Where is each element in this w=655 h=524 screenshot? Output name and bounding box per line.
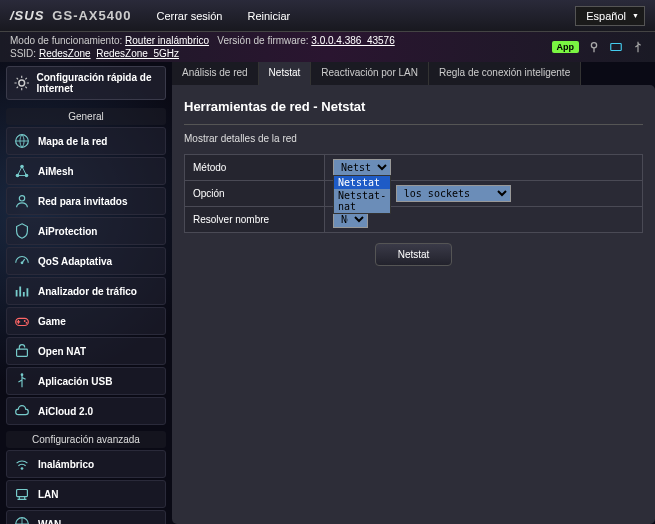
svg-point-7: [19, 196, 24, 201]
option-label: Opción: [185, 181, 325, 207]
sidebar-adv-icon-0: [13, 455, 31, 473]
tab-bar: Análisis de redNetstatReactivación por L…: [172, 62, 655, 85]
method-select[interactable]: Netstat: [333, 159, 391, 176]
sidebar-item-9[interactable]: AiCloud 2.0: [6, 397, 166, 425]
fw-label: Versión de firmware:: [217, 35, 308, 46]
sidebar-adv-item-1[interactable]: LAN: [6, 480, 166, 508]
pin-icon[interactable]: [587, 40, 601, 54]
sidebar-icon-7: [13, 342, 31, 360]
sidebar-item-1[interactable]: AiMesh: [6, 157, 166, 185]
sidebar-item-3[interactable]: AiProtection: [6, 217, 166, 245]
sidebar-adv-item-2[interactable]: WAN: [6, 510, 166, 524]
general-header: General: [6, 108, 166, 125]
sidebar-label-0: Mapa de la red: [38, 136, 107, 147]
sidebar: Configuración rápida de Internet General…: [0, 62, 172, 524]
gear-icon: [13, 72, 30, 94]
sidebar-icon-0: [13, 132, 31, 150]
sidebar-label-5: Analizador de tráfico: [38, 286, 137, 297]
method-label: Método: [185, 155, 325, 181]
sidebar-icon-4: [13, 252, 31, 270]
info-bar: Modo de funcionamiento: Router inalámbri…: [0, 32, 655, 62]
sidebar-item-7[interactable]: Open NAT: [6, 337, 166, 365]
brand-logo: /SUS: [10, 8, 44, 23]
option-select-2[interactable]: los sockets: [396, 185, 511, 202]
sidebar-label-2: Red para invitados: [38, 196, 127, 207]
sidebar-icon-5: [13, 282, 31, 300]
sidebar-adv-label-2: WAN: [38, 519, 61, 525]
tab-0[interactable]: Análisis de red: [172, 62, 259, 85]
content-area: Análisis de redNetstatReactivación por L…: [172, 62, 655, 524]
sidebar-icon-8: [13, 372, 31, 390]
method-option-netstat-nat[interactable]: Netstat-nat: [334, 189, 390, 213]
sidebar-adv-icon-1: [13, 485, 31, 503]
sidebar-adv-icon-2: [13, 515, 31, 524]
panel-title: Herramientas de red - Netstat: [184, 95, 643, 125]
sidebar-label-7: Open NAT: [38, 346, 86, 357]
sidebar-adv-label-1: LAN: [38, 489, 59, 500]
usb-icon[interactable]: [631, 40, 645, 54]
language-label: Español: [586, 10, 626, 22]
svg-rect-12: [17, 349, 28, 356]
fw-value[interactable]: 3.0.0.4.386_43576: [311, 35, 394, 46]
mode-value[interactable]: Router inalámbrico: [125, 35, 209, 46]
logout-button[interactable]: Cerrar sesión: [156, 10, 222, 22]
svg-rect-1: [611, 44, 622, 51]
svg-point-10: [24, 320, 26, 322]
sidebar-label-9: AiCloud 2.0: [38, 406, 93, 417]
svg-point-11: [26, 322, 28, 324]
clients-icon[interactable]: [609, 40, 623, 54]
svg-point-14: [21, 467, 24, 470]
advanced-header: Configuración avanzada: [6, 431, 166, 448]
sidebar-adv-item-0[interactable]: Inalámbrico: [6, 450, 166, 478]
reboot-button[interactable]: Reiniciar: [247, 10, 290, 22]
tab-2[interactable]: Reactivación por LAN: [311, 62, 429, 85]
method-option-netstat[interactable]: Netstat: [334, 176, 390, 189]
panel: Herramientas de red - Netstat Mostrar de…: [172, 85, 655, 524]
sidebar-icon-9: [13, 402, 31, 420]
sidebar-item-4[interactable]: QoS Adaptativa: [6, 247, 166, 275]
sidebar-label-1: AiMesh: [38, 166, 74, 177]
sidebar-icon-3: [13, 222, 31, 240]
sidebar-label-4: QoS Adaptativa: [38, 256, 112, 267]
svg-point-2: [19, 80, 25, 86]
tab-1[interactable]: Netstat: [259, 62, 312, 85]
app-badge[interactable]: App: [552, 41, 580, 53]
svg-rect-15: [17, 490, 28, 497]
ssid1[interactable]: RedesZone: [39, 48, 91, 59]
sidebar-label-8: Aplicación USB: [38, 376, 112, 387]
quick-setup-label: Configuración rápida de Internet: [36, 72, 159, 94]
netstat-button[interactable]: Netstat: [375, 243, 453, 266]
svg-point-0: [591, 43, 596, 48]
panel-subtitle: Mostrar detalles de la red: [184, 125, 643, 154]
method-dropdown[interactable]: Netstat Netstat-nat: [333, 175, 391, 214]
topbar: /SUS GS-AX5400 Cerrar sesión Reiniciar E…: [0, 0, 655, 32]
form-table: Método Netstat Netstat Netstat-nat Opció…: [184, 154, 643, 233]
sidebar-item-2[interactable]: Red para invitados: [6, 187, 166, 215]
svg-point-13: [21, 373, 24, 376]
sidebar-item-5[interactable]: Analizador de tráfico: [6, 277, 166, 305]
sidebar-icon-2: [13, 192, 31, 210]
sidebar-item-0[interactable]: Mapa de la red: [6, 127, 166, 155]
resolve-label: Resolver nombre: [185, 207, 325, 233]
ssid-label: SSID:: [10, 48, 36, 59]
tab-3[interactable]: Regla de conexión inteligente: [429, 62, 581, 85]
sidebar-icon-6: [13, 312, 31, 330]
ssid2[interactable]: RedesZone_5GHz: [96, 48, 179, 59]
sidebar-icon-1: [13, 162, 31, 180]
sidebar-item-6[interactable]: Game: [6, 307, 166, 335]
sidebar-label-3: AiProtection: [38, 226, 97, 237]
language-select[interactable]: Español: [575, 6, 645, 26]
sidebar-label-6: Game: [38, 316, 66, 327]
sidebar-adv-label-0: Inalámbrico: [38, 459, 94, 470]
model-name: GS-AX5400: [52, 8, 131, 23]
quick-setup-button[interactable]: Configuración rápida de Internet: [6, 66, 166, 100]
mode-label: Modo de funcionamiento:: [10, 35, 122, 46]
sidebar-item-8[interactable]: Aplicación USB: [6, 367, 166, 395]
svg-point-8: [21, 261, 24, 264]
